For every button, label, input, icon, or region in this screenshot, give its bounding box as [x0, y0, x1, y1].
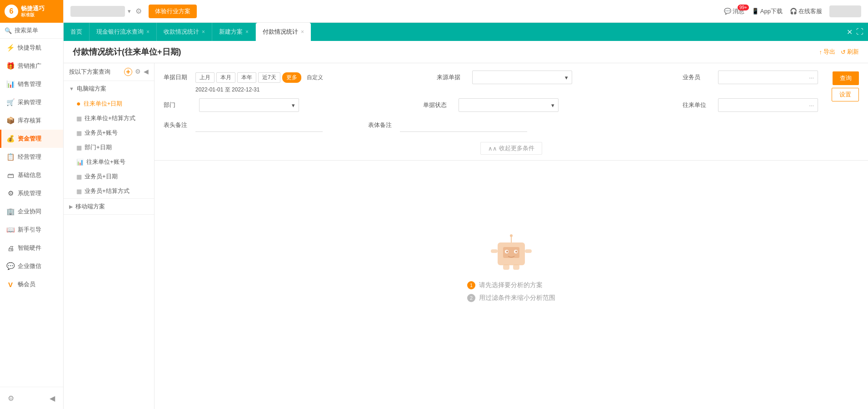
date-btn-custom[interactable]: 自定义: [303, 73, 327, 82]
schema-item-dept-date[interactable]: ▦ 部门+日期: [64, 140, 154, 155]
empty-tip-1: 1 请先选择要分析的方案: [467, 281, 555, 289]
tab-pay-stat[interactable]: 付款情况统计 ×: [256, 23, 311, 41]
date-btn-7days[interactable]: 近7天: [258, 72, 280, 83]
expand-icon[interactable]: ⛶: [856, 28, 863, 36]
pc-section-header[interactable]: ▼ 电脑端方案: [64, 81, 154, 96]
messages-btn[interactable]: 💬 消息 99+: [724, 7, 744, 15]
svg-rect-11: [513, 264, 519, 270]
close-all-tabs-icon[interactable]: ✕: [847, 28, 853, 36]
staff-date-icon: ▦: [76, 173, 82, 180]
content-area: 付款情况统计(往来单位+日期) ↑ 导出 ↺ 刷新 按以下方案查询 +: [64, 41, 868, 409]
topbar-settings-icon[interactable]: ⚙: [135, 7, 142, 15]
sidebar-logo: 6 畅捷通巧 标准版: [0, 0, 63, 23]
schema-item-staff-settle[interactable]: ▦ 业务员+结算方式: [64, 184, 154, 198]
schema-collapse-icon[interactable]: ◀: [144, 68, 149, 76]
sidebar-item-member[interactable]: V 畅会员: [0, 275, 63, 293]
message-icon: 💬: [724, 8, 731, 15]
pc-schema-section: ▼ 电脑端方案 ● 往来单位+日期 ▦ 往来单位+结算方式 ▦ 业务员+账号: [64, 81, 154, 199]
pc-section-arrow: ▼: [69, 86, 74, 91]
settings-btn[interactable]: 设置: [832, 88, 859, 101]
sidebar-item-hardware[interactable]: 🖨 智能硬件: [0, 239, 63, 257]
main-content: ▾ ⚙ 体验行业方案 💬 消息 99+ 📱 App下载 🎧 在线客服 首页: [64, 0, 868, 409]
purchase-icon: 🛒: [6, 98, 15, 107]
sidebar-item-operation[interactable]: 📋 经营管理: [0, 148, 63, 166]
collapse-sidebar-icon[interactable]: ◀: [46, 392, 59, 404]
date-btn-this-year[interactable]: 本年: [237, 72, 256, 83]
system-icon: ⚙: [6, 189, 15, 198]
try-industry-btn[interactable]: 体验行业方案: [149, 5, 197, 18]
date-btn-last-month[interactable]: 上月: [195, 72, 215, 83]
mobile-section-arrow: ▶: [69, 204, 73, 210]
source-select[interactable]: ▾: [472, 71, 572, 84]
user-profile-area: ▾: [70, 6, 131, 17]
query-btn[interactable]: 查询: [833, 71, 859, 85]
sidebar-bottom: ⚙ ◀: [0, 387, 63, 409]
unit-settle-icon: ▦: [76, 115, 82, 122]
schema-item-staff-account[interactable]: ▦ 业务员+账号: [64, 126, 154, 140]
finance-icon: 💰: [6, 134, 15, 143]
empty-tip-2: 2 用过滤条件来缩小分析范围: [467, 294, 555, 302]
body-note-input[interactable]: [400, 118, 527, 132]
basic-icon: 🗃: [6, 171, 15, 180]
headset-icon: 🎧: [790, 8, 797, 15]
date-btn-more[interactable]: 更多: [282, 72, 301, 83]
right-panel: 单据日期 上月 本月 本年 近7天 更多 自定义: [155, 63, 868, 409]
partner-select[interactable]: ···: [718, 98, 818, 112]
tab-bank-flow-close[interactable]: ×: [146, 29, 150, 35]
profile-dropdown-arrow[interactable]: ▾: [128, 8, 131, 15]
staff-settle-icon: ▦: [76, 188, 82, 195]
user-company-name: [70, 6, 125, 17]
tab-payment-stat-close[interactable]: ×: [202, 29, 205, 35]
tab-new-plan-close[interactable]: ×: [245, 29, 249, 35]
page-header: 付款情况统计(往来单位+日期) ↑ 导出 ↺ 刷新: [64, 41, 868, 63]
search-menu[interactable]: 🔍 搜索菜单: [0, 23, 63, 39]
date-btn-this-month[interactable]: 本月: [216, 72, 235, 83]
schema-settings-icon[interactable]: ⚙: [135, 68, 141, 76]
header-note-input[interactable]: [195, 118, 323, 132]
schema-item-unit-settle[interactable]: ▦ 往来单位+结算方式: [64, 111, 154, 126]
staff-select[interactable]: ···: [718, 71, 818, 84]
tab-payment-stat[interactable]: 收款情况统计 ×: [157, 23, 212, 41]
sidebar-item-marketing[interactable]: 🎁 营销推广: [0, 57, 63, 75]
filter-area: 单据日期 上月 本月 本年 近7天 更多 自定义: [155, 63, 868, 161]
tab-home[interactable]: 首页: [64, 23, 90, 41]
tab-new-plan[interactable]: 新建方案 ×: [212, 23, 256, 41]
refresh-icon: ↺: [841, 49, 846, 56]
staff-account-icon: ▦: [76, 130, 82, 136]
dept-select[interactable]: ▾: [199, 98, 299, 112]
sidebar-item-quick-nav[interactable]: ⚡ 快捷导航: [0, 39, 63, 57]
svg-rect-9: [525, 249, 532, 253]
add-schema-icon[interactable]: +: [124, 68, 132, 76]
collapse-btn[interactable]: ∧∧ 收起更多条件: [480, 142, 542, 155]
sidebar-item-system[interactable]: ⚙ 系统管理: [0, 184, 63, 202]
sidebar-item-basic[interactable]: 🗃 基础信息: [0, 166, 63, 184]
schema-item-unit-date[interactable]: ● 往来单位+日期: [64, 96, 154, 111]
sidebar-item-enterprise[interactable]: 🏢 企业协同: [0, 202, 63, 221]
member-icon: V: [6, 280, 15, 289]
body-note-label: 表体备注: [368, 121, 400, 129]
staff-dots[interactable]: ···: [809, 74, 814, 81]
tab-bank-flow[interactable]: 现金银行流水查询 ×: [90, 23, 157, 41]
voucher-status-label: 单据状态: [423, 101, 455, 109]
refresh-btn[interactable]: ↺ 刷新: [841, 48, 859, 56]
svg-point-4: [506, 251, 508, 252]
voucher-status-select[interactable]: ▾: [459, 98, 559, 112]
sidebar-item-guide[interactable]: 📖 新手引导: [0, 221, 63, 239]
schema-item-unit-account[interactable]: 📊 往来单位+账号: [64, 155, 154, 169]
online-service-btn[interactable]: 🎧 在线客服: [790, 7, 822, 15]
user-avatar[interactable]: [829, 5, 861, 17]
date-buttons: 上月 本月 本年 近7天 更多 自定义: [195, 72, 327, 83]
sidebar-item-wechat[interactable]: 💬 企业微信: [0, 257, 63, 275]
app-download-btn[interactable]: 📱 App下载: [752, 7, 783, 15]
sidebar-item-inventory[interactable]: 📦 库存核算: [0, 111, 63, 130]
sidebar-item-purchase[interactable]: 🛒 采购管理: [0, 93, 63, 111]
export-btn[interactable]: ↑ 导出: [819, 48, 836, 56]
sidebar-item-sales[interactable]: 📊 销售管理: [0, 75, 63, 93]
header-note-label: 表头备注: [164, 121, 195, 129]
partner-dots[interactable]: ···: [809, 102, 814, 109]
sidebar-item-finance[interactable]: 💰 资金管理: [0, 130, 63, 148]
tab-pay-stat-close[interactable]: ×: [301, 29, 304, 35]
mobile-section-header[interactable]: ▶ 移动端方案: [64, 199, 154, 214]
schema-item-staff-date[interactable]: ▦ 业务员+日期: [64, 169, 154, 184]
settings-bottom-icon[interactable]: ⚙: [5, 392, 17, 404]
